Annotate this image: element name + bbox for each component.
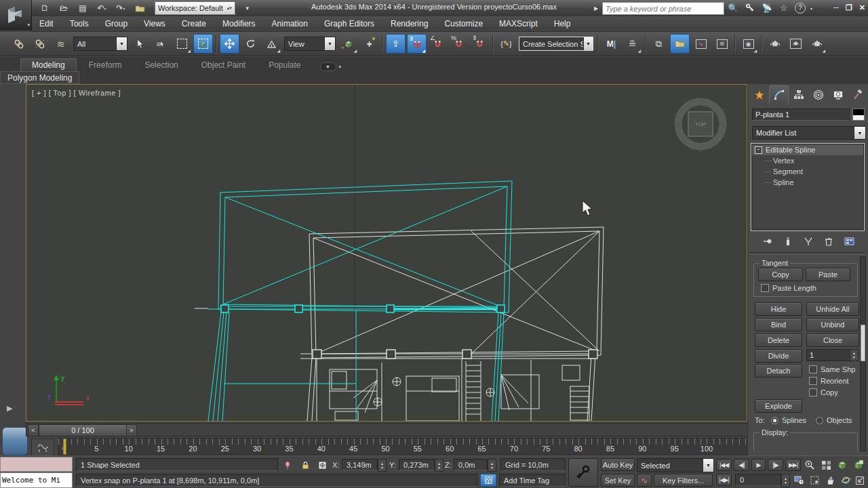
spinner-down-icon[interactable]: ▼ [852, 355, 856, 359]
reference-coordinate-dropdown[interactable]: View ▼ [284, 37, 336, 51]
maxscript-mini-listener-pink[interactable] [0, 457, 73, 472]
communication-center-icon[interactable]: 📡 [761, 3, 773, 13]
next-frame-icon[interactable]: ||▶ [768, 459, 783, 471]
rectangular-selection-region-icon[interactable]: ◢ [172, 34, 192, 54]
percent-snap-toggle-icon[interactable]: % [449, 34, 469, 54]
spinner-snap-toggle-icon[interactable]: ⇕ [470, 34, 490, 54]
object-name-field[interactable]: P-planta 1 [752, 108, 850, 121]
ribbon-tab-object-paint[interactable]: Object Paint [191, 59, 256, 71]
select-and-manipulate-icon[interactable]: + [359, 34, 379, 54]
workspace-dropdown[interactable]: Workspace: Default ▴▾ [155, 1, 235, 15]
zoom-icon[interactable] [803, 459, 816, 471]
modifier-list-dropdown[interactable]: Modifier List ▼ [752, 126, 866, 140]
scrollbar-thumb[interactable] [861, 325, 865, 361]
key-mode-dropdown[interactable]: Selected ▼ [637, 458, 714, 472]
tangent-paste-button[interactable]: Paste [806, 268, 850, 281]
ribbon-overflow[interactable]: ▼▾ [320, 62, 342, 71]
select-and-move-icon[interactable] [220, 34, 239, 54]
named-selection-set-dropdown[interactable]: Create Selection Se ▼ [519, 37, 593, 51]
graphite-ribbon-toggle-icon[interactable] [670, 34, 690, 54]
reorient-checkbox[interactable]: Reorient [809, 377, 849, 385]
ribbon-tab-selection[interactable]: Selection [134, 59, 189, 71]
help-caret-icon[interactable]: ▾ [810, 6, 812, 11]
rendered-frame-window-icon[interactable] [786, 34, 806, 54]
select-object-icon[interactable] [130, 34, 150, 54]
maximize-viewport-toggle-icon[interactable] [854, 474, 866, 486]
subscription-key-icon[interactable] [744, 3, 756, 14]
y-coord-field[interactable]: 0,273m [399, 459, 435, 470]
play-animation-icon[interactable]: ▶ [751, 459, 766, 471]
unlink-selection-icon[interactable] [30, 34, 50, 54]
max-app-button[interactable]: ▾ [0, 0, 32, 30]
zoom-extents-icon[interactable] [835, 459, 849, 471]
new-scene-icon[interactable]: 🗋 [38, 2, 52, 14]
mirror-icon[interactable]: M| [601, 34, 621, 54]
undo-icon[interactable]: ↶▾ [95, 2, 108, 14]
panel-scrollbar[interactable] [860, 256, 866, 451]
menu-animation[interactable]: Animation [264, 19, 316, 28]
stack-item-spline[interactable]: ······Spline [752, 177, 863, 188]
ribbon-tab-freeform[interactable]: Freeform [78, 59, 133, 71]
bind-to-space-warp-icon[interactable]: ≋ [51, 34, 71, 54]
track-bar[interactable]: 0510152025303540455055606570758085909510… [58, 438, 751, 455]
hide-button[interactable]: Hide [755, 302, 802, 316]
orbit-icon[interactable] [839, 474, 852, 486]
create-tab-icon[interactable] [749, 85, 769, 104]
previous-frame-icon[interactable]: ◀|| [734, 459, 749, 471]
angle-snap-toggle-icon[interactable]: ∠ [428, 34, 448, 54]
viewport-top[interactable]: [ + ] [ Top ] [ Wireframe ] TOP N W E S … [26, 84, 747, 422]
time-next-icon[interactable]: > [126, 424, 137, 436]
add-time-tag-field[interactable]: Add Time Tag [499, 474, 566, 487]
time-slider-frame-marker[interactable] [63, 439, 66, 455]
infocenter-search[interactable] [602, 2, 724, 15]
close-icon[interactable]: ✕ [859, 3, 865, 12]
splines-radio[interactable]: Splines [771, 416, 806, 424]
menu-create[interactable]: Create [174, 19, 214, 28]
collapse-icon[interactable]: − [755, 146, 762, 154]
viewcube[interactable]: TOP N W E S [672, 96, 729, 152]
maxscript-mini-listener[interactable]: Welcome to Mi [0, 472, 73, 488]
isolate-selection-pin-icon[interactable] [281, 459, 294, 471]
x-coord-field[interactable]: 3,149m [342, 459, 378, 470]
ribbon-tab-populate[interactable]: Populate [258, 59, 311, 71]
use-pivot-point-center-icon[interactable]: ▾◢ [338, 34, 358, 54]
search-binoculars-icon[interactable]: 🔍 [727, 3, 739, 13]
paste-length-checkbox[interactable]: Paste Length [761, 284, 816, 292]
stack-item-editable-spline[interactable]: − Editable Spline [752, 144, 863, 155]
tangent-copy-button[interactable]: Copy [758, 268, 803, 281]
adaptive-degradation-icon[interactable] [480, 474, 496, 487]
layer-manager-icon[interactable]: ⧉ [649, 34, 669, 54]
selection-lock-icon[interactable] [298, 459, 312, 471]
curve-editor-icon[interactable]: ∿ [691, 34, 711, 54]
hierarchy-tab-icon[interactable] [789, 85, 808, 104]
qat-overflow-icon[interactable]: ▼ [241, 2, 254, 14]
material-editor-icon[interactable]: ◉◢ [738, 34, 758, 54]
pan-hand-icon[interactable] [823, 474, 837, 486]
time-previous-icon[interactable]: < [28, 424, 39, 436]
key-mode-toggle-icon[interactable]: |◀▶| [716, 474, 732, 486]
go-to-start-icon[interactable]: |◀◀ [716, 459, 732, 471]
search-input[interactable] [603, 3, 724, 14]
menu-views[interactable]: Views [136, 19, 174, 28]
configure-modifier-sets-icon[interactable] [842, 235, 856, 247]
minimize-icon[interactable]: ─ [833, 3, 839, 12]
motion-tab-icon[interactable] [808, 85, 828, 104]
stack-item-segment[interactable]: ······Segment [752, 166, 863, 177]
modifier-stack[interactable]: − Editable Spline ······Vertex ······Seg… [751, 144, 864, 230]
menu-tools[interactable]: Tools [62, 19, 97, 28]
zoom-extents-all-icon[interactable] [852, 459, 865, 471]
menu-customize[interactable]: Customize [436, 19, 491, 28]
default-in-out-tangents-icon[interactable]: ∿ [637, 474, 652, 487]
menu-modifiers[interactable]: Modifiers [214, 19, 264, 28]
favorites-star-icon[interactable]: ☆ [778, 3, 790, 13]
schematic-view-icon[interactable]: ⊞ [712, 34, 732, 54]
go-to-end-icon[interactable]: ▶▶| [785, 459, 801, 471]
current-frame-field[interactable]: 0 [735, 474, 781, 486]
select-and-rotate-icon[interactable] [241, 34, 260, 54]
select-and-scale-icon[interactable]: ◢ [262, 34, 281, 54]
project-folder-icon[interactable] [133, 2, 146, 14]
viewport-label[interactable]: [ + ] [ Top ] [ Wireframe ] [32, 89, 121, 97]
y-spinner[interactable]: ▲▼ [435, 459, 443, 472]
menu-rendering[interactable]: Rendering [382, 19, 436, 28]
unbind-button[interactable]: Unbind [806, 318, 859, 331]
